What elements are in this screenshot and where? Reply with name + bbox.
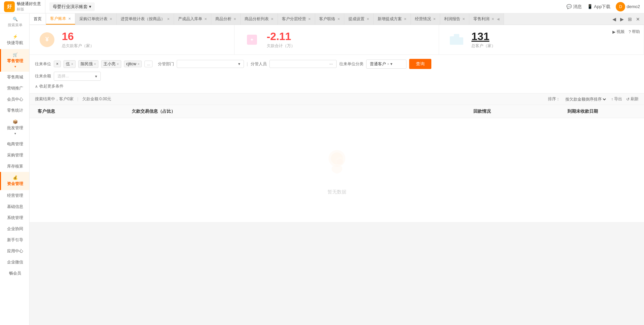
- tab-customer-segment[interactable]: 客户分层经营 ✕: [278, 13, 315, 25]
- tab-customer-contact-close[interactable]: ✕: [337, 17, 340, 21]
- stat-debt-customers: ¥ 16 总欠款客户（家）: [30, 25, 234, 55]
- export-button[interactable]: ↑ 导出: [611, 96, 622, 102]
- refresh-button[interactable]: ↺ 刷新: [626, 96, 639, 102]
- tab-ops-status[interactable]: 经营情况 ✕: [411, 13, 440, 25]
- sidebar-item-enterprise-wechat[interactable]: 企业微信: [0, 257, 29, 268]
- stat-total-customers-icon: [447, 30, 466, 49]
- dept-dropdown[interactable]: ▾: [177, 60, 244, 68]
- stats-bar: ¥ 16 总欠款客户（家） ✦: [30, 25, 644, 55]
- filter-tag-wang: 王小亮 ×: [101, 60, 121, 68]
- category-tag-remove[interactable]: ×: [387, 62, 389, 66]
- tab-bar: 首页 客户账本 ✕ 采购订单统计表 ✕ 进货单统计表（按商品） ✕ 产成品入库单…: [30, 13, 644, 25]
- sidebar-item-sysmgmt[interactable]: 系统管理: [0, 212, 29, 223]
- page-content: ¥ 16 总欠款客户（家） ✦: [30, 25, 644, 325]
- sidebar-item-membership[interactable]: 会员中心: [0, 94, 29, 105]
- tab-customer-contact[interactable]: 客户联络 ✕: [315, 13, 344, 25]
- sidebar-item-marketing[interactable]: 营销推广: [0, 83, 29, 94]
- video-button[interactable]: ▶ 视频: [612, 29, 625, 35]
- tab-profit-report-close[interactable]: ✕: [462, 17, 465, 21]
- filter-more-tags[interactable]: ...: [144, 61, 153, 67]
- user-profile-button[interactable]: D demo2: [616, 2, 640, 11]
- tab-maximize-button[interactable]: ⊞: [627, 16, 633, 23]
- finance-icon: 💰: [13, 175, 18, 180]
- tab-ops-status-label: 经营情况: [415, 16, 431, 22]
- sidebar-entcoop-label: 企业协同: [7, 226, 23, 232]
- sidebar-item-newguide[interactable]: 新手引导: [0, 234, 29, 246]
- store-selector[interactable]: 母婴行业演示账套 ▾: [49, 2, 95, 11]
- tab-new-reminder-plan-close[interactable]: ✕: [404, 17, 406, 21]
- tab-purchase-inventory-close[interactable]: ✕: [167, 17, 170, 21]
- tab-product-analysis-list-close[interactable]: ✕: [271, 17, 273, 21]
- stat-total-customers-label: 总客户（家）: [471, 43, 496, 49]
- collapse-button[interactable]: ∧ 收起更多条件: [35, 83, 639, 89]
- tab-purchase-order-stats-close[interactable]: ✕: [110, 17, 112, 21]
- sidebar-retail-label: 零售管理: [7, 58, 23, 64]
- sidebar-item-finance[interactable]: 💰 资金管理: [0, 172, 29, 190]
- tab-retail-profit[interactable]: 零售利润 ✕ ◀: [469, 13, 504, 25]
- filter-tag-chen-remove[interactable]: ×: [94, 62, 96, 66]
- help-button[interactable]: ? 帮助: [629, 29, 640, 35]
- sidebar-item-basicinfo[interactable]: 基础信息: [0, 201, 29, 212]
- sidebar-item-bizops[interactable]: 经营管理: [0, 190, 29, 201]
- tab-product-analysis-close[interactable]: ✕: [233, 17, 236, 21]
- stat-total-customers-value: 131: [471, 31, 496, 42]
- filter-row-1: 往来单位 × 伍 × 陈民强 × 王小亮: [35, 59, 639, 69]
- app-download-button[interactable]: 📱 App下载: [587, 4, 610, 10]
- sidebar-item-retail-mgmt[interactable]: 🛒 零售管理 ▾: [0, 49, 29, 72]
- avatar: D: [616, 2, 625, 11]
- category-dropdown[interactable]: 普通客户 × ▾: [366, 60, 406, 69]
- tab-product-analysis-list[interactable]: 商品分析列表 ✕: [241, 13, 278, 25]
- tab-customer-accounts[interactable]: 客户账本 ✕: [46, 13, 75, 25]
- tab-ops-status-close[interactable]: ✕: [433, 17, 436, 21]
- filter-tag-cjttcw-remove[interactable]: ×: [138, 62, 140, 66]
- tab-prev-button[interactable]: ◀: [611, 16, 617, 23]
- sidebar-marketing-label: 营销推广: [7, 85, 23, 91]
- filter-tag-wu-remove[interactable]: ×: [71, 62, 73, 66]
- sidebar: 🔍 搜索菜单 ⚡ 快捷导航 🛒 零售管理 ▾ 零售商城 营销推广 会员中心: [0, 13, 30, 325]
- sidebar-item-search[interactable]: 🔍 搜索菜单: [0, 13, 29, 31]
- tab-product-inventory[interactable]: 产成品入库单 ✕: [174, 13, 211, 25]
- tab-product-inventory-close[interactable]: ✕: [204, 17, 207, 21]
- sidebar-item-retail-stats[interactable]: 零售统计: [0, 105, 29, 116]
- tab-product-analysis[interactable]: 商品分析 ✕: [211, 13, 241, 25]
- tab-reminder-settings-close[interactable]: ✕: [367, 17, 369, 21]
- tab-next-button[interactable]: ▶: [619, 16, 625, 23]
- sidebar-item-inventory[interactable]: 库存核算: [0, 161, 29, 172]
- person-dropdown[interactable]: ···: [269, 60, 337, 68]
- tab-customer-segment-close[interactable]: ✕: [308, 17, 311, 21]
- sidebar-item-wholesale[interactable]: 📦 批发管理 ▾: [0, 116, 29, 139]
- tab-reminder-settings[interactable]: 提成设置 ✕: [344, 13, 374, 25]
- tab-purchase-order-stats[interactable]: 采购订单统计表 ✕: [75, 13, 117, 25]
- tab-product-analysis-label: 商品分析: [215, 16, 231, 22]
- message-icon: 💬: [566, 4, 572, 9]
- sidebar-item-ecommerce[interactable]: 电商管理: [0, 139, 29, 150]
- sidebar-search-label: 搜索菜单: [8, 23, 23, 28]
- tab-home[interactable]: 首页: [30, 13, 46, 25]
- query-button[interactable]: 查询: [409, 59, 431, 69]
- category-tag-normal: 普通客户 ×: [370, 61, 389, 67]
- sidebar-item-member[interactable]: 畅会员: [0, 268, 29, 279]
- svg-rect-6: [458, 37, 463, 45]
- filter-tag-wang-remove[interactable]: ×: [117, 62, 119, 66]
- tab-customer-accounts-close[interactable]: ✕: [68, 17, 71, 21]
- sort-select[interactable]: 按欠款金额倒序排序: [564, 97, 607, 102]
- sidebar-item-purchase[interactable]: 采购管理: [0, 150, 29, 161]
- video-label: 视频: [616, 29, 625, 35]
- tab-close-all-button[interactable]: ✕: [635, 16, 641, 23]
- sidebar-retailmall-label: 零售商城: [7, 74, 23, 80]
- sidebar-item-enterprise-coop[interactable]: 企业协同: [0, 223, 29, 234]
- sidebar-item-retail-mall[interactable]: 零售商城: [0, 72, 29, 83]
- tab-retail-profit-close[interactable]: ✕: [491, 17, 494, 21]
- tab-purchase-inventory-stats[interactable]: 进货单统计表（按商品） ✕: [117, 13, 174, 25]
- app-icon: 📱: [587, 4, 593, 9]
- sidebar-item-quick-nav[interactable]: ⚡ 快捷导航: [0, 31, 29, 49]
- tab-new-reminder-plan[interactable]: 新增提成方案 ✕: [374, 13, 411, 25]
- balance-dropdown[interactable]: 选择... ▾: [54, 72, 101, 81]
- message-button[interactable]: 💬 消息: [566, 4, 582, 10]
- logo-icon: 好: [4, 1, 15, 12]
- quick-nav-icon: ⚡: [13, 34, 18, 39]
- sidebar-item-appcenter[interactable]: 应用中心: [0, 246, 29, 257]
- sidebar-retailstats-label: 零售统计: [7, 108, 23, 113]
- logo-text-block: 畅捷通好生意 标版: [17, 1, 41, 12]
- tab-profit-report[interactable]: 利润报告 ✕: [440, 13, 469, 25]
